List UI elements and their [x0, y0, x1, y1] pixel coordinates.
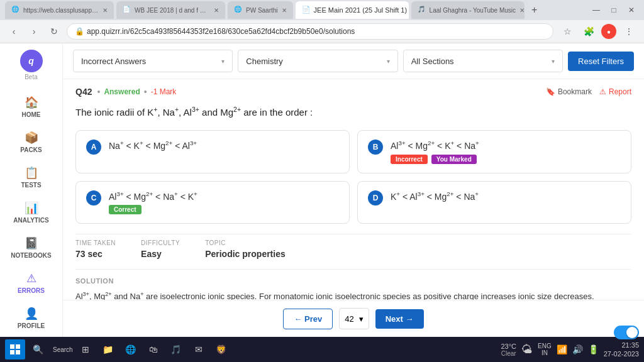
notebooks-label: NOTEBOOKS: [11, 252, 51, 259]
option-b-label: B: [368, 140, 383, 155]
option-b-card[interactable]: B Al3+ < Mg2+ < K+ < Na+ Incorrect You M…: [357, 130, 631, 173]
tab-1[interactable]: 🌐 https://web.classplusapp.com/newApp ✕: [5, 1, 114, 19]
page-select[interactable]: 42 ▾: [339, 308, 369, 329]
notebooks-icon: 📓: [25, 236, 38, 250]
wifi-icon: 📶: [557, 344, 567, 354]
bookmark-icon: 🔖: [546, 87, 555, 96]
tab-3[interactable]: 🌐 PW Saarthi ✕: [228, 1, 293, 19]
taskview-button[interactable]: ⊞: [75, 339, 96, 359]
options-grid: A Na+ < K+ < Mg2+ < Al3+ B Al3+ < Mg2+: [75, 130, 631, 224]
profile-icon: 👤: [25, 307, 38, 321]
mail-button[interactable]: ✉: [189, 339, 209, 359]
store-button[interactable]: 🛍: [143, 339, 164, 359]
battery-icon: 🔋: [588, 344, 599, 354]
option-c-formula: Al3+ < Mg2+ < Na+ < K+: [109, 190, 339, 202]
close-button[interactable]: ✕: [624, 3, 639, 18]
chemistry-filter[interactable]: Chemistry ▾: [238, 50, 397, 72]
svg-rect-1: [16, 344, 20, 349]
option-d-card[interactable]: D K+ < Al3+ < Mg2+ < Na+: [357, 181, 631, 224]
incorrect-answers-label: Incorrect Answers: [81, 57, 221, 66]
address-bar[interactable]: 🔒 app.quizrr.in/62c5ca493f85644353f2e168…: [67, 23, 553, 40]
sidebar-item-errors[interactable]: ⚠ ERRORS: [6, 266, 57, 299]
difficulty-value: Easy: [141, 249, 180, 259]
tab-5[interactable]: 🎵 Laal Ghaghra - YouTube Music ✕: [411, 1, 525, 19]
option-a-content: Na+ < K+ < Mg2+ < Al3+: [109, 140, 339, 151]
difficulty-label: DIFFICULTY: [141, 239, 180, 246]
spotify-button[interactable]: 🎵: [166, 339, 186, 359]
question-number: Q42: [75, 87, 92, 97]
option-d-content: K+ < Al3+ < Mg2+ < Na+: [391, 190, 621, 202]
minimize-button[interactable]: —: [589, 3, 604, 18]
tab-1-close[interactable]: ✕: [103, 7, 108, 14]
tab-2-icon: 📄: [123, 6, 131, 14]
tab-3-label: PW Saarthi: [246, 7, 278, 14]
report-button[interactable]: ⚠ Report: [599, 87, 631, 96]
extensions-button[interactable]: 🧩: [580, 23, 597, 40]
home-icon: 🏠: [25, 96, 38, 109]
sidebar-item-profile[interactable]: 👤 PROFILE: [6, 302, 57, 334]
back-button[interactable]: ‹: [6, 24, 21, 39]
time-display: 21:35: [604, 341, 639, 349]
sidebar-item-notebooks[interactable]: 📓 NOTEBOOKS: [6, 231, 57, 264]
solution-section: SOLUTION Al3+, Mg2+ and Na+ are isoelect…: [75, 269, 631, 300]
file-explorer-button[interactable]: 📁: [98, 339, 118, 359]
language-indicator: ENG IN: [538, 343, 552, 356]
all-sections-filter[interactable]: All Sections ▾: [403, 50, 563, 72]
reload-button[interactable]: ↻: [47, 24, 62, 39]
page-chevron-icon: ▾: [359, 314, 364, 324]
home-label: HOME: [22, 111, 41, 118]
tab-4-icon: 📄: [302, 6, 311, 14]
option-d-label: D: [368, 190, 383, 206]
tab-2-close[interactable]: ✕: [214, 7, 219, 14]
edge-button[interactable]: 🌐: [121, 339, 141, 359]
prev-button[interactable]: ← Prev: [283, 309, 333, 329]
tab-4-label: JEE Main 2021 (25 Jul Shift 1) - Q...: [314, 6, 409, 14]
tab-2-label: WB JEE 2018 | d and f Block El...: [135, 7, 210, 14]
reset-filters-button[interactable]: Reset Filters: [568, 52, 634, 71]
beta-label: Beta: [25, 74, 38, 80]
volume-icon: 🔊: [572, 344, 583, 354]
search-taskbar-label: Search: [53, 346, 73, 353]
option-a-card[interactable]: A Na+ < K+ < Mg2+ < Al3+: [75, 130, 350, 173]
current-page: 42: [345, 314, 353, 324]
option-c-label: C: [86, 190, 101, 206]
incorrect-answers-filter[interactable]: Incorrect Answers ▾: [73, 50, 233, 72]
sidebar-item-tests[interactable]: 📋 TESTS: [6, 161, 57, 194]
new-tab-button[interactable]: +: [527, 3, 542, 18]
sidebar-item-home[interactable]: 🏠 HOME: [6, 90, 57, 123]
filter3-chevron-icon: ▾: [552, 58, 555, 65]
tab-4[interactable]: 📄 JEE Main 2021 (25 Jul Shift 1) - Q... …: [296, 1, 409, 19]
language-in: IN: [541, 349, 548, 356]
tab-5-icon: 🎵: [418, 6, 426, 14]
correct-badge: Correct: [109, 205, 142, 214]
search-taskbar-button[interactable]: 🔍: [28, 339, 48, 359]
tab-3-close[interactable]: ✕: [282, 7, 287, 14]
tab-5-close[interactable]: ✕: [519, 7, 525, 14]
tab-2[interactable]: 📄 WB JEE 2018 | d and f Block El... ✕: [116, 1, 225, 19]
bookmark-button[interactable]: 🔖 Bookmark: [546, 87, 592, 96]
sidebar-item-analytics[interactable]: 📊 ANALYTICS: [6, 196, 57, 229]
tests-icon: 📋: [25, 166, 38, 180]
you-marked-badge: You Marked: [431, 155, 477, 164]
all-sections-label: All Sections: [411, 57, 552, 66]
toggle-switch[interactable]: [614, 326, 639, 339]
sidebar-item-packs[interactable]: 📦 PACKS: [6, 126, 57, 158]
weather-desc: Clear: [501, 350, 516, 357]
settings-button[interactable]: ⋮: [620, 23, 638, 40]
forward-button[interactable]: ›: [26, 24, 42, 39]
brave-button[interactable]: 🦁: [211, 339, 231, 359]
solution-label: SOLUTION: [75, 277, 631, 285]
option-b-formula: Al3+ < Mg2+ < K+ < Na+: [391, 140, 621, 151]
maximize-button[interactable]: □: [606, 3, 621, 18]
weather-icon: 🌤: [521, 343, 533, 356]
start-button[interactable]: [5, 339, 25, 359]
filter1-chevron-icon: ▾: [221, 58, 225, 65]
time-taken-label: TIME TAKEN: [75, 239, 116, 246]
bookmark-page-button[interactable]: ☆: [558, 23, 576, 40]
next-button[interactable]: Next →: [375, 309, 424, 329]
profile-button[interactable]: ●: [601, 24, 616, 39]
time-taken-stat: TIME TAKEN 73 sec: [75, 239, 116, 259]
option-c-card[interactable]: C Al3+ < Mg2+ < Na+ < K+ Correct: [75, 181, 350, 224]
main-content: Incorrect Answers ▾ Chemistry ▾ All Sect…: [63, 43, 644, 337]
pagination: ← Prev 42 ▾ Next →: [63, 300, 644, 337]
